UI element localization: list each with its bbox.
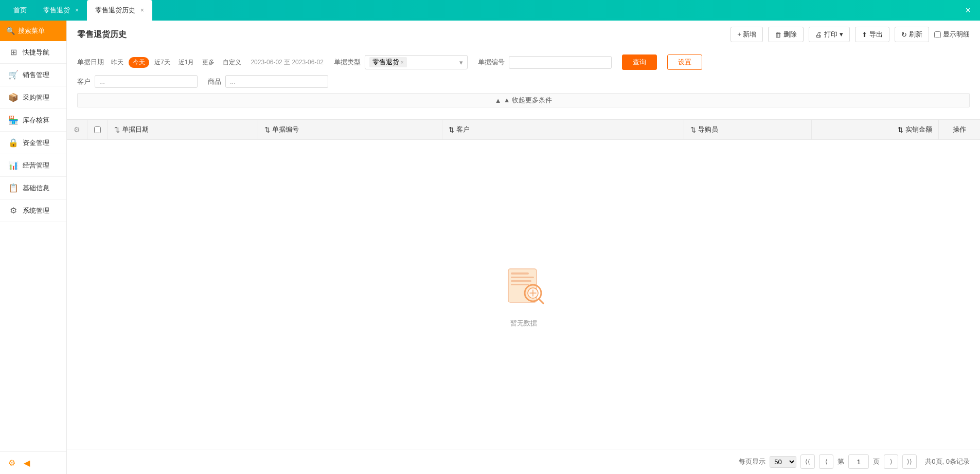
th-action: 操作: [939, 120, 980, 139]
num-filter-input[interactable]: [509, 56, 612, 69]
finance-icon: 🔒: [8, 138, 19, 148]
query-button[interactable]: 查询: [622, 54, 657, 70]
refresh-button-label: 刷新: [909, 30, 922, 39]
svg-line-7: [539, 299, 543, 303]
toolbar: + 新增 🗑 删除 🖨 打印 ▾ ⬆ 导出 ↻: [730, 27, 970, 42]
content-area: 零售退货历史 + 新增 🗑 删除 🖨 打印 ▾ ⬆: [67, 21, 980, 474]
tab-retail-return-close[interactable]: ×: [75, 7, 79, 14]
select-all-checkbox[interactable]: [94, 126, 101, 133]
page-word-suffix: 页: [873, 457, 880, 466]
sort-guide-icon[interactable]: ⇅: [690, 126, 696, 134]
search-bar-label: 搜索菜单: [18, 26, 45, 35]
th-amount: ⇅ 实销金额: [812, 120, 939, 139]
date-opt-today[interactable]: 今天: [129, 57, 149, 68]
sidebar-item-inventory[interactable]: 🏪 库存核算: [0, 109, 66, 132]
tab-retail-return-history-label: 零售退货历史: [95, 6, 135, 15]
date-filter-label: 单据日期: [77, 58, 104, 67]
page-word-label: 第: [838, 457, 844, 466]
table-gear-icon[interactable]: ⚙: [74, 125, 80, 134]
th-check: [87, 120, 108, 139]
filter-row-1: 单据日期 昨天 今天 近7天 近1月 更多 自定义 2023-06-02 至 2…: [77, 54, 970, 70]
setting-button[interactable]: 设置: [667, 54, 702, 70]
basic-icon: 📋: [8, 183, 19, 193]
main-layout: 🔍 搜索菜单 ⊞ 快捷导航 🛒 销售管理 📦 采购管理 🏪 库存核算 🔒 资金管…: [0, 21, 980, 474]
sidebar-item-sales[interactable]: 🛒 销售管理: [0, 64, 66, 86]
collapse-label: ▲ 收起更多条件: [504, 96, 552, 105]
page-input[interactable]: [848, 454, 869, 469]
tab-retail-return-history-close[interactable]: ×: [140, 7, 144, 14]
sales-icon: 🛒: [8, 70, 19, 80]
sidebar-item-operation[interactable]: 📊 经营管理: [0, 154, 66, 177]
sidebar-item-basic[interactable]: 📋 基础信息: [0, 177, 66, 199]
purchase-label: 采购管理: [23, 93, 49, 102]
customer-filter-input[interactable]: ...: [95, 75, 198, 88]
sidebar: 🔍 搜索菜单 ⊞ 快捷导航 🛒 销售管理 📦 采购管理 🏪 库存核算 🔒 资金管…: [0, 21, 67, 474]
date-opt-7days[interactable]: 近7天: [151, 57, 173, 68]
page-size-label: 每页显示: [739, 457, 765, 466]
tab-home[interactable]: 首页: [5, 0, 35, 21]
goods-filter-input[interactable]: ...: [225, 75, 328, 88]
page-title-row: 零售退货历史 + 新增 🗑 删除 🖨 打印 ▾ ⬆: [77, 27, 970, 42]
filter-area: 单据日期 昨天 今天 近7天 近1月 更多 自定义 2023-06-02 至 2…: [77, 48, 970, 119]
filter-num: 单据编号: [478, 56, 612, 69]
top-bar: 首页 零售退货 × 零售退货历史 × ×: [0, 0, 980, 21]
collapse-button[interactable]: ▲ ▲ 收起更多条件: [77, 93, 970, 107]
system-label: 系统管理: [23, 206, 49, 215]
window-close-icon[interactable]: ×: [961, 5, 975, 16]
tab-retail-return-history[interactable]: 零售退货历史 ×: [87, 0, 152, 21]
date-options: 昨天 今天 近7天 近1月 更多 自定义: [108, 57, 244, 68]
date-opt-yesterday[interactable]: 昨天: [108, 57, 127, 68]
type-tag: 零售退货 ×: [369, 57, 407, 67]
refresh-button[interactable]: ↻ 刷新: [895, 27, 929, 42]
delete-button-label: 删除: [783, 30, 797, 39]
query-button-label: 查询: [633, 58, 646, 67]
print-button[interactable]: 🖨 打印 ▾: [809, 27, 850, 42]
date-opt-custom[interactable]: 自定义: [220, 57, 244, 68]
print-icon: 🖨: [815, 31, 822, 39]
sidebar-item-purchase[interactable]: 📦 采购管理: [0, 86, 66, 109]
tab-retail-return[interactable]: 零售退货 ×: [35, 0, 87, 21]
add-button[interactable]: + 新增: [730, 27, 763, 42]
th-settings: ⚙: [67, 120, 87, 139]
setting-button-label: 设置: [678, 58, 691, 67]
display-toggle[interactable]: 显示明细: [934, 30, 970, 39]
empty-illustration: [498, 261, 549, 313]
page-first-button[interactable]: ⟨⟨: [800, 454, 815, 469]
sort-date-icon[interactable]: ⇅: [114, 126, 120, 134]
table-header: ⚙ ⇅ 单据日期 ⇅ 单据编号 ⇅ 客户 ⇅: [67, 119, 980, 140]
type-filter-label: 单据类型: [334, 58, 361, 67]
settings-bottom-icon[interactable]: ⚙: [8, 458, 15, 468]
tab-retail-return-label: 零售退货: [43, 6, 70, 15]
search-bar[interactable]: 🔍 搜索菜单: [0, 21, 66, 41]
customer-filter-label: 客户: [77, 77, 91, 86]
sort-amount-icon[interactable]: ⇅: [898, 126, 903, 134]
sidebar-item-quick-nav[interactable]: ⊞ 快捷导航: [0, 41, 66, 64]
sidebar-bottom: ⚙ ◀: [0, 451, 66, 474]
operation-icon: 📊: [8, 160, 19, 170]
page-last-button[interactable]: ⟩⟩: [902, 454, 917, 469]
type-filter-box[interactable]: 零售退货 × ▾: [365, 55, 468, 69]
display-checkbox[interactable]: [934, 31, 941, 38]
display-toggle-label: 显示明细: [943, 30, 970, 39]
export-button[interactable]: ⬆ 导出: [855, 27, 889, 42]
sidebar-item-finance[interactable]: 🔒 资金管理: [0, 132, 66, 154]
page-prev-button[interactable]: ⟨: [819, 454, 833, 469]
page-next-button[interactable]: ⟩: [884, 454, 898, 469]
collapse-sidebar-icon[interactable]: ◀: [24, 458, 30, 468]
refresh-icon: ↻: [901, 31, 907, 39]
page-summary: 共0页, 0条记录: [925, 457, 970, 466]
date-opt-more[interactable]: 更多: [199, 57, 218, 68]
page-size-select[interactable]: 10 20 50 100: [770, 456, 796, 468]
date-opt-1month[interactable]: 近1月: [175, 57, 198, 68]
delete-button[interactable]: 🗑 删除: [768, 27, 804, 42]
th-num-label: 单据编号: [272, 125, 299, 134]
system-icon: ⚙: [8, 206, 19, 215]
sort-num-icon[interactable]: ⇅: [264, 126, 270, 134]
top-bar-right: ×: [961, 5, 975, 16]
type-tag-close[interactable]: ×: [401, 60, 404, 65]
empty-state: 暂无数据: [67, 140, 980, 449]
sort-customer-icon[interactable]: ⇅: [449, 126, 454, 134]
sidebar-item-system[interactable]: ⚙ 系统管理: [0, 199, 66, 222]
date-range: 2023-06-02 至 2023-06-02: [251, 58, 323, 67]
type-dropdown-icon[interactable]: ▾: [459, 59, 463, 66]
